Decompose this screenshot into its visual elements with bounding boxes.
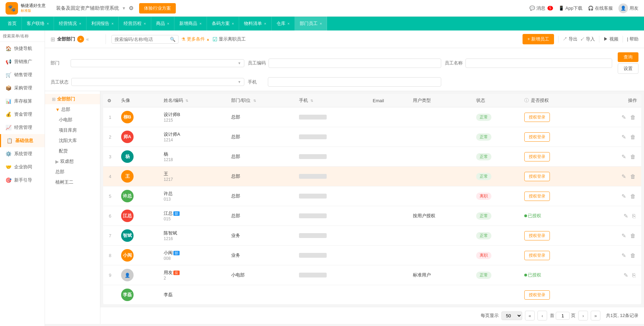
tree-item-distribution[interactable]: 配货 bbox=[45, 146, 100, 156]
prev-page-btn[interactable]: ‹ bbox=[537, 311, 547, 320]
sidebar-item-guide[interactable]: 🎯 新手引导 bbox=[0, 174, 45, 187]
close-barcode-icon[interactable]: × bbox=[232, 21, 234, 26]
auth-btn[interactable]: 授权登录 bbox=[524, 113, 550, 122]
view-btn[interactable]: ▶ 视频 bbox=[604, 36, 618, 42]
sidebar-item-marketing[interactable]: 📢 营销推广 bbox=[0, 55, 45, 68]
sidebar-search-input[interactable] bbox=[3, 34, 45, 38]
sort-phone-icon[interactable]: ⇅ bbox=[310, 99, 313, 103]
tab-add-goods[interactable]: 新增商品 × bbox=[174, 17, 207, 30]
auth-btn[interactable]: 授权登录 bbox=[524, 192, 550, 201]
edit-btn[interactable]: ✎ bbox=[620, 192, 627, 200]
online-service-btn[interactable]: 🎧 在线客服 bbox=[588, 5, 613, 11]
col-phone[interactable]: 手机 ⇅ bbox=[295, 94, 369, 107]
close-customer-icon[interactable]: × bbox=[47, 21, 49, 26]
close-dept-icon[interactable]: × bbox=[320, 21, 322, 26]
sidebar-item-inventory[interactable]: 📊 库存核算 bbox=[0, 95, 45, 108]
edit-btn[interactable]: ✎ bbox=[620, 113, 627, 121]
user-btn[interactable]: 👤 用友 bbox=[618, 3, 638, 13]
col-name[interactable]: 姓名/编码 ⇅ bbox=[160, 94, 227, 107]
message-btn[interactable]: 💬 消息 5 bbox=[529, 5, 553, 11]
tree-item-zhishu[interactable]: 植树王二 bbox=[45, 177, 100, 187]
emp-code-input[interactable] bbox=[269, 59, 442, 68]
tab-history[interactable]: 经营历程 × bbox=[119, 17, 151, 30]
dept-select[interactable]: ▼ bbox=[71, 59, 244, 67]
delete-btn[interactable]: 🗑 bbox=[629, 133, 637, 141]
auth-btn[interactable]: 授权登录 bbox=[524, 172, 550, 181]
col-dept[interactable]: 部门/职位 ⇅ bbox=[227, 94, 294, 107]
delete-btn[interactable]: 🗑 bbox=[629, 114, 637, 121]
edit-btn[interactable]: ✎ bbox=[620, 153, 627, 161]
phone-input[interactable] bbox=[268, 77, 442, 87]
sidebar-item-sales[interactable]: 🛒 销售管理 bbox=[0, 68, 45, 81]
edit-btn[interactable]: ✎ bbox=[620, 232, 627, 240]
sidebar-item-system[interactable]: ⚙️ 系统管理 bbox=[0, 147, 45, 160]
delete-btn[interactable]: 🗑 bbox=[629, 153, 637, 161]
close-goods-icon[interactable]: × bbox=[167, 21, 169, 26]
auth-btn[interactable]: 授权登录 bbox=[524, 152, 550, 161]
tab-home[interactable]: 首页 bbox=[3, 17, 22, 30]
close-add-goods-icon[interactable]: × bbox=[199, 21, 201, 26]
page-number-input[interactable] bbox=[556, 312, 570, 320]
page-size-select[interactable]: 10 20 50 100 bbox=[501, 311, 522, 320]
tab-goods[interactable]: 商品 × bbox=[151, 17, 174, 30]
clone-btn[interactable]: ⎘ bbox=[631, 272, 637, 279]
col-settings-icon[interactable]: ⚙ bbox=[107, 98, 111, 103]
close-history-icon[interactable]: × bbox=[144, 21, 146, 26]
edit-btn[interactable]: ✎ bbox=[622, 212, 629, 220]
delete-btn[interactable]: 🗑 bbox=[629, 252, 637, 259]
emp-name-input[interactable] bbox=[465, 59, 612, 68]
tree-item-xiaodibu[interactable]: 小电部 bbox=[45, 115, 100, 125]
gear-button[interactable]: ⚙ bbox=[129, 5, 134, 11]
app-download-btn[interactable]: 📱 App下载 bbox=[559, 5, 582, 11]
delete-btn[interactable]: 🗑 bbox=[629, 173, 637, 180]
add-dept-icon[interactable]: + bbox=[77, 36, 84, 43]
edit-btn[interactable]: ✎ bbox=[620, 173, 627, 180]
more-filters-btn[interactable]: ⚗ 更多条件 ▲ bbox=[181, 36, 210, 42]
close-warehouse-icon[interactable]: × bbox=[288, 21, 290, 26]
sidebar-item-collab[interactable]: 🤝 企业协同 bbox=[0, 160, 45, 174]
delete-btn[interactable]: 🗑 bbox=[629, 232, 637, 240]
tree-item-shuangni[interactable]: ▶ 双虐想 bbox=[45, 156, 100, 167]
sort-name-icon[interactable]: ⇅ bbox=[185, 99, 188, 103]
tab-profit[interactable]: 利润报告 × bbox=[87, 17, 119, 30]
collapse-dept-btn[interactable]: « bbox=[86, 36, 89, 42]
first-page-btn[interactable]: « bbox=[525, 311, 535, 320]
title-dropdown-icon[interactable]: ▼ bbox=[122, 6, 126, 11]
tab-bom[interactable]: 物料清单 × bbox=[239, 17, 271, 30]
sidebar-item-business[interactable]: 📈 经营管理 bbox=[0, 121, 45, 134]
tab-warehouse[interactable]: 仓库 × bbox=[272, 17, 295, 30]
tab-customer[interactable]: 客户联络 × bbox=[22, 17, 54, 30]
add-employee-btn[interactable]: + 新增员工 bbox=[523, 34, 554, 44]
query-btn[interactable]: 查询 bbox=[618, 52, 638, 62]
auth-btn[interactable]: 授权登录 bbox=[524, 132, 550, 142]
auth-btn[interactable]: 授权登录 bbox=[524, 231, 550, 240]
sidebar-item-purchase[interactable]: 📦 采购管理 bbox=[0, 81, 45, 95]
last-page-btn[interactable]: » bbox=[591, 311, 600, 320]
help-btn[interactable]: | 帮助 bbox=[627, 36, 638, 42]
search-input[interactable] bbox=[115, 37, 170, 42]
next-page-btn[interactable]: › bbox=[578, 311, 588, 320]
tree-item-all-depts[interactable]: ⊞ 全部部门 bbox=[45, 94, 100, 104]
close-bom-icon[interactable]: × bbox=[264, 21, 266, 26]
show-archived-toggle[interactable]: ☑ 显示离职员工 bbox=[212, 36, 246, 43]
close-profit-icon[interactable]: × bbox=[111, 21, 114, 26]
import-btn[interactable]: ↙ 导入 bbox=[580, 36, 595, 42]
col-settings[interactable]: ⚙ bbox=[103, 94, 117, 107]
sort-dept-icon[interactable]: ⇅ bbox=[253, 99, 256, 103]
emp-status-select[interactable]: ▼ bbox=[71, 78, 244, 86]
auth-info-icon[interactable]: ⓘ bbox=[524, 98, 529, 103]
sidebar-item-basic-info[interactable]: 📋 基础信息 bbox=[0, 134, 45, 147]
export-btn[interactable]: ↗ 导出 bbox=[563, 36, 578, 42]
clone-btn[interactable]: ⎘ bbox=[631, 212, 637, 220]
edit-btn[interactable]: ✎ bbox=[622, 271, 629, 279]
edit-btn[interactable]: ✎ bbox=[620, 252, 627, 259]
set-btn[interactable]: 设置 bbox=[618, 63, 638, 74]
delete-btn[interactable]: 🗑 bbox=[629, 193, 637, 200]
auth-btn[interactable]: 授权登录 bbox=[524, 290, 550, 300]
experience-btn[interactable]: 体验行业方案 bbox=[139, 3, 176, 14]
edit-btn[interactable]: ✎ bbox=[620, 133, 627, 141]
search-submit-icon[interactable]: 🔍 bbox=[170, 37, 175, 42]
tab-barcode[interactable]: 条码方案 × bbox=[207, 17, 239, 30]
tree-item-headquarters[interactable]: ▼ 总部 bbox=[45, 104, 100, 115]
tree-item-project-warehouse[interactable]: 项目库房 bbox=[45, 125, 100, 135]
